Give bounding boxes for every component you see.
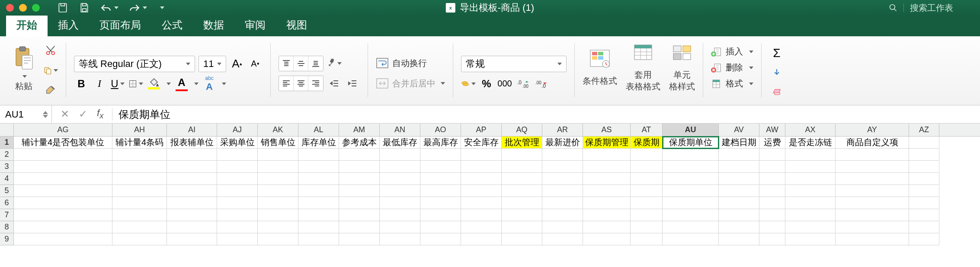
italic-button[interactable]: I <box>92 76 107 91</box>
cut-button[interactable] <box>43 43 58 58</box>
cell-AV9[interactable] <box>719 233 759 245</box>
col-header-AG[interactable]: AG <box>14 124 112 136</box>
cell-AX2[interactable] <box>785 149 836 161</box>
redo-button[interactable] <box>129 3 147 12</box>
cell-AL6[interactable] <box>298 197 339 209</box>
cell-AP7[interactable] <box>461 209 502 221</box>
cell-AN3[interactable] <box>380 161 420 173</box>
number-format-combo[interactable]: 常规 <box>461 56 567 72</box>
cell-AK7[interactable] <box>258 209 298 221</box>
cell-AW9[interactable] <box>759 233 785 245</box>
cell-AQ3[interactable] <box>502 161 542 173</box>
cell-AM5[interactable] <box>339 185 380 197</box>
col-header-AR[interactable]: AR <box>542 124 583 136</box>
cell-AL1[interactable]: 库存单位 <box>298 137 339 149</box>
cell-AU2[interactable] <box>663 149 719 161</box>
cell-AP6[interactable] <box>461 197 502 209</box>
enter-formula-button[interactable]: ✓ <box>79 108 87 120</box>
fx-button[interactable]: fx <box>97 108 103 121</box>
cell-AJ8[interactable] <box>217 221 258 233</box>
align-top-button[interactable] <box>279 56 294 71</box>
cell-AO2[interactable] <box>420 149 461 161</box>
cell-AI9[interactable] <box>167 233 217 245</box>
cell-AX8[interactable] <box>785 221 836 233</box>
col-header-AO[interactable]: AO <box>420 124 461 136</box>
search-input[interactable] <box>910 3 970 13</box>
undo-dropdown[interactable] <box>114 6 118 9</box>
cell-AL3[interactable] <box>298 161 339 173</box>
close-window[interactable] <box>6 4 14 12</box>
cell-AK2[interactable] <box>258 149 298 161</box>
cell-AO6[interactable] <box>420 197 461 209</box>
cell-AW4[interactable] <box>759 173 785 185</box>
cell-AJ5[interactable] <box>217 185 258 197</box>
cell-AQ7[interactable] <box>502 209 542 221</box>
clear-button[interactable] <box>769 84 784 99</box>
cell-AT4[interactable] <box>631 173 663 185</box>
cell-AR3[interactable] <box>542 161 583 173</box>
col-header-AT[interactable]: AT <box>631 124 663 136</box>
cell-AL5[interactable] <box>298 185 339 197</box>
cell-AK3[interactable] <box>258 161 298 173</box>
cell-AH9[interactable] <box>112 233 167 245</box>
minimize-window[interactable] <box>19 4 27 12</box>
cell-AP5[interactable] <box>461 185 502 197</box>
cell-AG2[interactable] <box>14 149 112 161</box>
col-header-AK[interactable]: AK <box>258 124 298 136</box>
cell-AR1[interactable]: 最新进价 <box>542 137 583 149</box>
cell-AS4[interactable] <box>583 173 631 185</box>
cell-AL2[interactable] <box>298 149 339 161</box>
cell-AH1[interactable]: 辅计量4条码 <box>112 137 167 149</box>
cell-AG7[interactable] <box>14 209 112 221</box>
cell-AV7[interactable] <box>719 209 759 221</box>
cell-AN8[interactable] <box>380 221 420 233</box>
cell-AI7[interactable] <box>167 209 217 221</box>
row-header-3[interactable]: 3 <box>0 161 14 173</box>
cell-AQ4[interactable] <box>502 173 542 185</box>
cell-AP4[interactable] <box>461 173 502 185</box>
cell-AR4[interactable] <box>542 173 583 185</box>
cell-AH3[interactable] <box>112 161 167 173</box>
cell-AO3[interactable] <box>420 161 461 173</box>
row-header-8[interactable]: 8 <box>0 221 14 233</box>
cell-AN6[interactable] <box>380 197 420 209</box>
cell-AK8[interactable] <box>258 221 298 233</box>
cell-AZ1[interactable] <box>909 137 939 149</box>
cell-AG1[interactable]: 辅计量4是否包装单位 <box>14 137 112 149</box>
align-right-button[interactable] <box>308 76 323 91</box>
row-header-4[interactable]: 4 <box>0 173 14 185</box>
cell-AM7[interactable] <box>339 209 380 221</box>
cell-AS3[interactable] <box>583 161 631 173</box>
cell-AR8[interactable] <box>542 221 583 233</box>
font-color-dropdown[interactable] <box>194 83 199 85</box>
col-header-AX[interactable]: AX <box>785 124 836 136</box>
tab-页面布局[interactable]: 页面布局 <box>89 15 151 36</box>
copy-button[interactable] <box>43 63 58 78</box>
cell-AQ2[interactable] <box>502 149 542 161</box>
cell-AU7[interactable] <box>663 209 719 221</box>
cell-AU6[interactable] <box>663 197 719 209</box>
cell-AH8[interactable] <box>112 221 167 233</box>
cell-AG6[interactable] <box>14 197 112 209</box>
cell-AZ5[interactable] <box>909 185 939 197</box>
border-button[interactable] <box>128 76 143 91</box>
cell-AW2[interactable] <box>759 149 785 161</box>
cell-AY8[interactable] <box>836 221 909 233</box>
merge-center-button[interactable]: 合并后居中 <box>376 78 445 89</box>
cell-AL8[interactable] <box>298 221 339 233</box>
conditional-format-button[interactable]: 条件格式 <box>583 47 617 87</box>
col-header-AV[interactable]: AV <box>719 124 759 136</box>
comma-button[interactable]: 000 <box>497 76 512 91</box>
cell-AK6[interactable] <box>258 197 298 209</box>
col-header-AY[interactable]: AY <box>836 124 909 136</box>
redo-dropdown[interactable] <box>143 6 147 9</box>
cell-AL7[interactable] <box>298 209 339 221</box>
orientation-button[interactable]: ab <box>327 56 342 71</box>
delete-cells-button[interactable]: 删除 <box>711 62 753 73</box>
cell-AN2[interactable] <box>380 149 420 161</box>
align-bottom-button[interactable] <box>308 56 323 71</box>
cell-AH2[interactable] <box>112 149 167 161</box>
cell-AS1[interactable]: 保质期管理 <box>583 137 631 149</box>
cell-AS2[interactable] <box>583 149 631 161</box>
cell-AY2[interactable] <box>836 149 909 161</box>
